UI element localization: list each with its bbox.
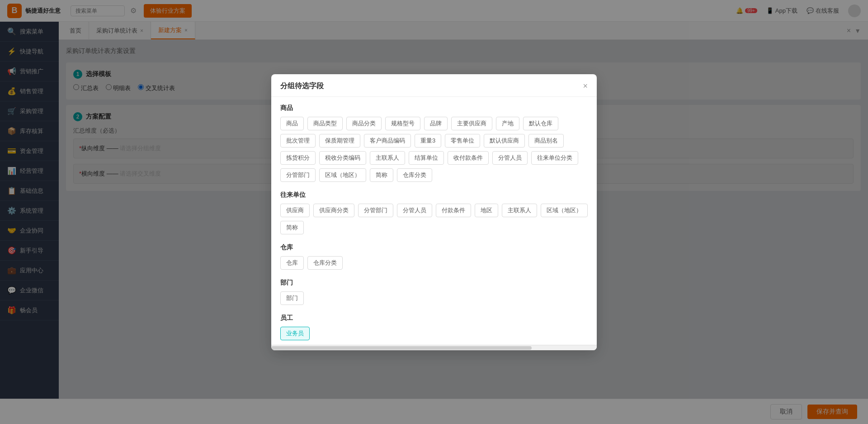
field-tag-batch-mgmt[interactable]: 批次管理: [280, 134, 316, 148]
field-tag-partner-manager[interactable]: 分管人员: [397, 204, 432, 217]
field-tag-goods-type[interactable]: 商品类型: [307, 117, 343, 130]
modal-overlay: 分组待选字段 × 商品 商品 商品类型 商品分类 规格型号 品牌 主要供应商 产…: [0, 0, 868, 424]
modal-close-button[interactable]: ×: [583, 81, 588, 91]
field-tag-partner-category[interactable]: 往来单位分类: [531, 151, 578, 165]
field-tag-manager[interactable]: 分管人员: [492, 151, 528, 165]
field-tag-settlement-unit[interactable]: 结算单位: [409, 151, 444, 165]
field-tag-default-warehouse[interactable]: 默认仓库: [523, 117, 558, 130]
field-tag-partner-dept[interactable]: 分管部门: [358, 204, 393, 217]
modal-header: 分组待选字段 ×: [271, 74, 597, 97]
field-tag-goods[interactable]: 商品: [280, 117, 304, 130]
field-tag-brand[interactable]: 品牌: [424, 117, 448, 130]
goods-field-tags: 商品 商品类型 商品分类 规格型号 品牌 主要供应商 产地 默认仓库 批次管理 …: [280, 117, 588, 182]
section-department-title: 部门: [280, 279, 588, 287]
section-warehouse-title: 仓库: [280, 243, 588, 252]
field-tag-tax-code[interactable]: 税收分类编码: [319, 151, 366, 165]
field-tag-default-supplier[interactable]: 默认供应商: [484, 134, 525, 148]
field-tag-warehouse-cat[interactable]: 仓库分类: [307, 256, 343, 270]
partner-field-tags: 供应商 供应商分类 分管部门 分管人员 付款条件 地区 主联系人 区域（地区） …: [280, 204, 588, 234]
section-employee: 员工 业务员: [280, 314, 588, 340]
employee-field-tags: 业务员: [280, 327, 588, 340]
field-tag-retail-unit[interactable]: 零售单位: [445, 134, 480, 148]
section-goods: 商品 商品 商品类型 商品分类 规格型号 品牌 主要供应商 产地 默认仓库 批次…: [280, 104, 588, 182]
warehouse-field-tags: 仓库 仓库分类: [280, 256, 588, 270]
field-tag-payment-terms[interactable]: 收付款条件: [448, 151, 489, 165]
dept-field-tags: 部门: [280, 291, 588, 305]
modal-body[interactable]: 商品 商品 商品类型 商品分类 规格型号 品牌 主要供应商 产地 默认仓库 批次…: [271, 97, 597, 345]
section-goods-title: 商品: [280, 104, 588, 112]
field-tag-supplier-category[interactable]: 供应商分类: [313, 204, 354, 217]
field-tag-expiry-mgmt[interactable]: 保质期管理: [319, 134, 360, 148]
field-tag-origin[interactable]: 产地: [496, 117, 519, 130]
field-tag-short-name[interactable]: 简称: [370, 168, 393, 182]
field-tag-area[interactable]: 地区: [475, 204, 498, 217]
field-tag-main-contact[interactable]: 主联系人: [370, 151, 405, 165]
section-warehouse: 仓库 仓库 仓库分类: [280, 243, 588, 270]
field-tag-dept[interactable]: 分管部门: [280, 168, 316, 182]
modal: 分组待选字段 × 商品 商品 商品类型 商品分类 规格型号 品牌 主要供应商 产…: [271, 74, 597, 350]
hscroll-thumb: [271, 346, 532, 350]
field-tag-warehouse[interactable]: 仓库: [280, 256, 304, 270]
field-tag-goods-alias[interactable]: 商品别名: [528, 134, 564, 148]
modal-title: 分组待选字段: [280, 81, 324, 91]
field-tag-customer-code[interactable]: 客户商品编码: [364, 134, 411, 148]
field-tag-department[interactable]: 部门: [280, 291, 304, 305]
field-tag-main-contact2[interactable]: 主联系人: [502, 204, 537, 217]
field-tag-warehouse-category[interactable]: 仓库分类: [397, 168, 432, 182]
field-tag-salesman[interactable]: 业务员: [280, 327, 310, 340]
field-tag-weight[interactable]: 重量3: [415, 134, 441, 148]
field-tag-spec-model[interactable]: 规格型号: [385, 117, 420, 130]
field-tag-region[interactable]: 区域（地区）: [319, 168, 366, 182]
field-tag-goods-category[interactable]: 商品分类: [346, 117, 382, 130]
field-tag-payment-condition[interactable]: 付款条件: [436, 204, 471, 217]
field-tag-pick-points[interactable]: 拣货积分: [280, 151, 316, 165]
field-tag-short-name2[interactable]: 简称: [280, 221, 304, 234]
section-partner: 往来单位 供应商 供应商分类 分管部门 分管人员 付款条件 地区 主联系人 区域…: [280, 191, 588, 234]
field-tag-supplier[interactable]: 供应商: [280, 204, 310, 217]
field-tag-region2[interactable]: 区域（地区）: [541, 204, 588, 217]
modal-horizontal-scrollbar[interactable]: [271, 345, 597, 350]
field-tag-main-supplier[interactable]: 主要供应商: [451, 117, 492, 130]
section-partner-title: 往来单位: [280, 191, 588, 199]
section-employee-title: 员工: [280, 314, 588, 322]
section-department: 部门 部门: [280, 279, 588, 305]
